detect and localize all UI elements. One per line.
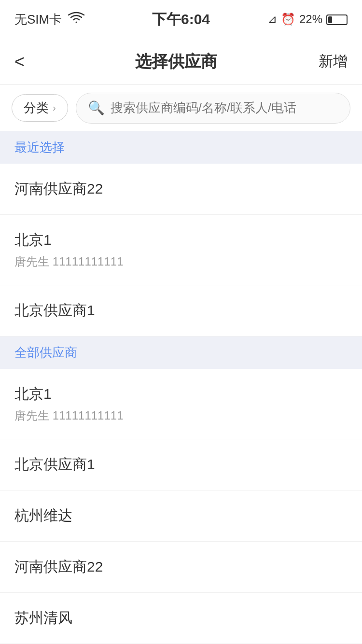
add-button[interactable]: 新增 bbox=[309, 52, 348, 71]
carrier-label: 无SIM卡 bbox=[14, 11, 62, 28]
status-left: 无SIM卡 bbox=[14, 11, 85, 28]
list-item[interactable]: 北京1唐先生 11111111111 bbox=[0, 215, 362, 285]
list-item[interactable]: 河南供应商22 bbox=[0, 542, 362, 593]
item-sub: 唐先生 11111111111 bbox=[14, 254, 348, 269]
item-name: 北京1 bbox=[14, 230, 348, 250]
filter-bar: 分类 › 🔍 bbox=[0, 85, 362, 131]
battery-percent: 22% bbox=[299, 13, 322, 26]
back-button[interactable]: < bbox=[14, 52, 43, 72]
list-item[interactable]: 苏州清风 bbox=[0, 593, 362, 644]
battery-icon bbox=[326, 13, 348, 26]
list-item[interactable]: 杭州维达 bbox=[0, 490, 362, 542]
item-name: 苏州清风 bbox=[14, 608, 348, 628]
item-name: 河南供应商22 bbox=[14, 557, 348, 577]
category-label: 分类 bbox=[24, 99, 49, 116]
all-section-label: 全部供应商 bbox=[14, 345, 77, 360]
category-button[interactable]: 分类 › bbox=[12, 94, 68, 122]
all-section-header: 全部供应商 bbox=[0, 336, 362, 369]
list-item[interactable]: 河南供应商22 bbox=[0, 164, 362, 215]
list-item[interactable]: 北京1唐先生 11111111111 bbox=[0, 369, 362, 439]
item-name: 杭州维达 bbox=[14, 506, 348, 526]
item-name: 北京供应商1 bbox=[14, 301, 348, 321]
item-sub: 唐先生 11111111111 bbox=[14, 408, 348, 423]
wifi-icon bbox=[68, 12, 85, 28]
search-icon: 🔍 bbox=[88, 100, 105, 116]
location-icon: ⊿ bbox=[267, 13, 277, 26]
list-item[interactable]: 北京供应商1 bbox=[0, 439, 362, 490]
status-right: ⊿ ⏰ 22% bbox=[267, 13, 348, 26]
alarm-icon: ⏰ bbox=[281, 13, 295, 26]
item-name: 北京1 bbox=[14, 384, 348, 404]
recent-section-label: 最近选择 bbox=[14, 140, 65, 154]
item-name: 河南供应商22 bbox=[14, 179, 348, 199]
list-item[interactable]: 北京供应商1 bbox=[0, 285, 362, 336]
all-list: 北京1唐先生 11111111111北京供应商1杭州维达河南供应商22苏州清风 bbox=[0, 369, 362, 644]
recent-section-header: 最近选择 bbox=[0, 131, 362, 164]
chevron-right-icon: › bbox=[53, 102, 56, 113]
recent-list: 河南供应商22北京1唐先生 11111111111北京供应商1 bbox=[0, 164, 362, 336]
page-title: 选择供应商 bbox=[43, 51, 309, 73]
search-input[interactable] bbox=[111, 100, 338, 115]
status-bar: 无SIM卡 下午6:04 ⊿ ⏰ 22% bbox=[0, 0, 362, 39]
status-time: 下午6:04 bbox=[152, 10, 210, 29]
search-box: 🔍 bbox=[76, 93, 350, 124]
item-name: 北京供应商1 bbox=[14, 455, 348, 475]
nav-bar: < 选择供应商 新增 bbox=[0, 39, 362, 85]
